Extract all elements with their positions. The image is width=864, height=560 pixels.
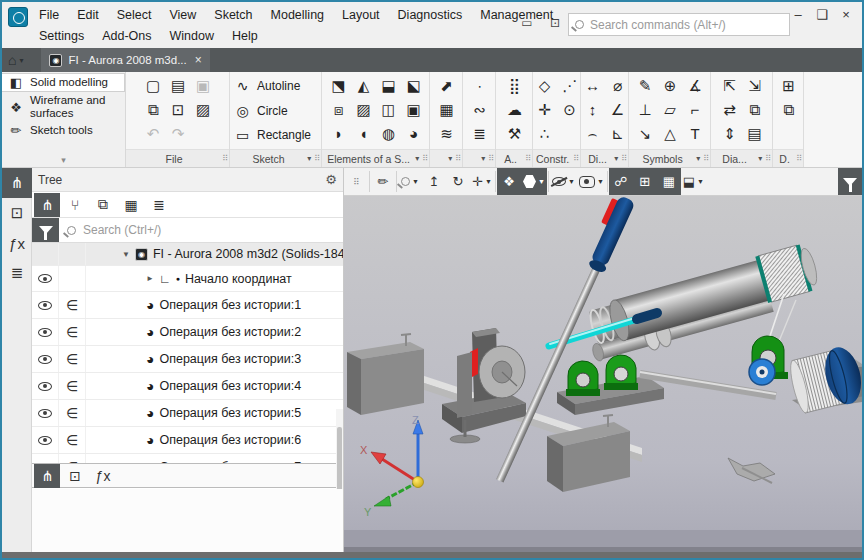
visibility-eye-icon[interactable]	[38, 274, 52, 283]
ribbon-group-label[interactable]: Sketch▾⠿	[230, 149, 321, 167]
round-corner-icon[interactable]: ◕	[401, 122, 426, 146]
rectangle-button[interactable]: ▭Rectangle	[234, 124, 317, 146]
tree-row[interactable]: ∈◕Операция без истории:5	[32, 400, 343, 427]
window-layout-icon[interactable]: ▭	[516, 14, 538, 32]
tree-row[interactable]: ∈◕Операция без истории:7	[32, 454, 343, 463]
copy-body-icon[interactable]: ▦	[434, 98, 459, 122]
group-dropdown-icon[interactable]: ▾	[614, 154, 618, 163]
dropdown-arrow-icon[interactable]: ▼	[485, 178, 492, 185]
menu-select[interactable]: Select	[108, 8, 161, 22]
tree-documents-button[interactable]: ⧉	[90, 193, 116, 217]
revolve-icon[interactable]: ◭	[351, 74, 376, 98]
tree-row[interactable]: ∈◕Операция без истории:1	[32, 292, 343, 319]
boolean-icon[interactable]: ▣	[401, 98, 426, 122]
menu-layout[interactable]: Layout	[333, 8, 389, 22]
dropdown-arrow-icon[interactable]: ▼	[412, 178, 419, 185]
sketch-mode-button[interactable]: ✏	[371, 168, 395, 195]
mates-button[interactable]: ⊞	[633, 168, 657, 195]
cut-extrude-icon[interactable]: ⧈	[326, 98, 351, 122]
included-in-calc-icon[interactable]: ∈	[66, 459, 78, 463]
roughness-icon[interactable]: ✎	[633, 74, 658, 98]
tree-relations-button[interactable]: ⑂	[62, 193, 88, 217]
base-icon[interactable]: ⌐	[683, 98, 708, 122]
plane-icon[interactable]: ◇	[532, 74, 557, 98]
menu-help[interactable]: Help	[223, 29, 267, 43]
slope-icon[interactable]: ∡	[683, 74, 708, 98]
control-point-icon[interactable]: ⊙	[557, 98, 582, 122]
ribbon-group-label[interactable]: D.⠿	[773, 149, 803, 167]
document-tab[interactable]: ◉ FI - Aurora 2008 m3d... ×	[41, 48, 209, 72]
group-dropdown-icon[interactable]: ▾	[448, 154, 452, 163]
visibility-eye-icon[interactable]	[38, 301, 52, 310]
tree-panel-button[interactable]: ⋔	[2, 168, 32, 198]
blue-wheel-part[interactable]	[749, 359, 775, 385]
menu-sketch[interactable]: Sketch	[205, 8, 261, 22]
bottom-tab-parameters[interactable]: ⊡	[62, 464, 88, 488]
ribbon-group-label[interactable]: Dia...▾⠿	[711, 149, 772, 167]
zoom-button[interactable]: ▼	[398, 168, 422, 195]
perpendicular-dimension-icon[interactable]: ⊾	[605, 122, 630, 146]
bottom-tab-tree[interactable]: ⋔	[34, 464, 60, 488]
group-dropdown-icon[interactable]: ▾	[481, 154, 485, 163]
boss-icon[interactable]: ⬕	[401, 74, 426, 98]
extrude-icon[interactable]: ⬔	[326, 74, 351, 98]
insert-view-icon[interactable]: ⊞	[776, 74, 801, 98]
maximize-button[interactable]: ❑	[810, 2, 834, 28]
screen-settings-icon[interactable]: ⊡	[544, 14, 566, 32]
menu-settings[interactable]: Settings	[30, 29, 93, 43]
collapse-arrow-icon[interactable]: ▼	[122, 250, 130, 259]
print-preview-icon[interactable]: ⊡	[166, 98, 191, 122]
cloud-icon[interactable]: ☁	[502, 98, 527, 122]
tree-row[interactable]: ∈◕Операция без истории:3	[32, 346, 343, 373]
panel-menu-button[interactable]: ≣	[2, 258, 32, 288]
fillet-icon[interactable]: ◗	[326, 122, 351, 146]
ribbon-group-label[interactable]: ▾⠿	[430, 149, 462, 167]
ribbon-group-label[interactable]: ▾⠿	[463, 149, 495, 167]
tree-row[interactable]: ∈◕Операция без истории:6	[32, 427, 343, 454]
section-view-button[interactable]: ⬓▼	[681, 168, 706, 195]
modes-expand-chevron[interactable]: ▾	[2, 155, 125, 165]
visibility-eye-icon[interactable]	[38, 355, 52, 364]
group-dropdown-icon[interactable]: ▾	[415, 154, 419, 163]
visibility-eye-icon[interactable]	[38, 409, 52, 418]
info-object-icon[interactable]: ▤	[742, 122, 767, 146]
variables-panel-button[interactable]: ƒx	[2, 228, 32, 258]
group-grip-icon[interactable]: ⠿	[621, 154, 625, 163]
visibility-eye-icon[interactable]	[38, 436, 52, 445]
cut-revolve-icon[interactable]: ▨	[351, 98, 376, 122]
expand-arrow-icon[interactable]: ►	[146, 274, 154, 283]
local-cs-icon[interactable]: ✛	[532, 98, 557, 122]
parameters-panel-button[interactable]: ⊡	[2, 198, 32, 228]
menu-edit[interactable]: Edit	[68, 8, 108, 22]
ribbon-group-label[interactable]: File⠿	[126, 149, 229, 167]
mode-wireframe-surfaces[interactable]: ❖ Wireframe and surfaces	[2, 92, 125, 122]
included-in-calc-icon[interactable]: ∈	[66, 297, 78, 313]
vertical-dimension-icon[interactable]: ↕	[580, 98, 605, 122]
group-grip-icon[interactable]: ⠿	[422, 154, 426, 163]
new-document-icon[interactable]: ▢	[141, 74, 166, 98]
group-icon[interactable]: ≣	[467, 122, 492, 146]
model-canvas[interactable]: X Y Z	[344, 196, 862, 552]
group-grip-icon[interactable]: ⠿	[455, 154, 459, 163]
group-grip-icon[interactable]: ⠿	[314, 154, 318, 163]
linear-dimension-icon[interactable]: ↔	[580, 74, 605, 98]
check-intersection-icon[interactable]: ⇄	[717, 98, 742, 122]
scene-filter-button[interactable]	[838, 168, 862, 195]
circle-button[interactable]: ◎Circle	[234, 100, 317, 122]
leader-icon[interactable]: ↘	[633, 122, 658, 146]
datum-icon[interactable]: ⊥	[633, 98, 658, 122]
visibility-eye-icon[interactable]	[38, 328, 52, 337]
included-in-calc-icon[interactable]: ∈	[66, 378, 78, 394]
axis-icon[interactable]: ⋰	[557, 74, 582, 98]
open-document-icon[interactable]: ▤	[166, 74, 191, 98]
text-icon[interactable]: T	[683, 122, 708, 146]
connection-point-icon[interactable]: ∴	[532, 122, 557, 146]
constraints-button[interactable]: ☍	[609, 168, 633, 195]
menu-file[interactable]: File	[30, 8, 68, 22]
visibility-eye-icon[interactable]	[38, 382, 52, 391]
arrow-mark-icon[interactable]: △	[658, 122, 683, 146]
rotate-view-button[interactable]: ↻	[446, 168, 470, 195]
show-styles-button[interactable]: ▼	[577, 168, 606, 195]
group-grip-icon[interactable]: ⠿	[703, 154, 707, 163]
measure-area-icon[interactable]: ⇲	[742, 74, 767, 98]
